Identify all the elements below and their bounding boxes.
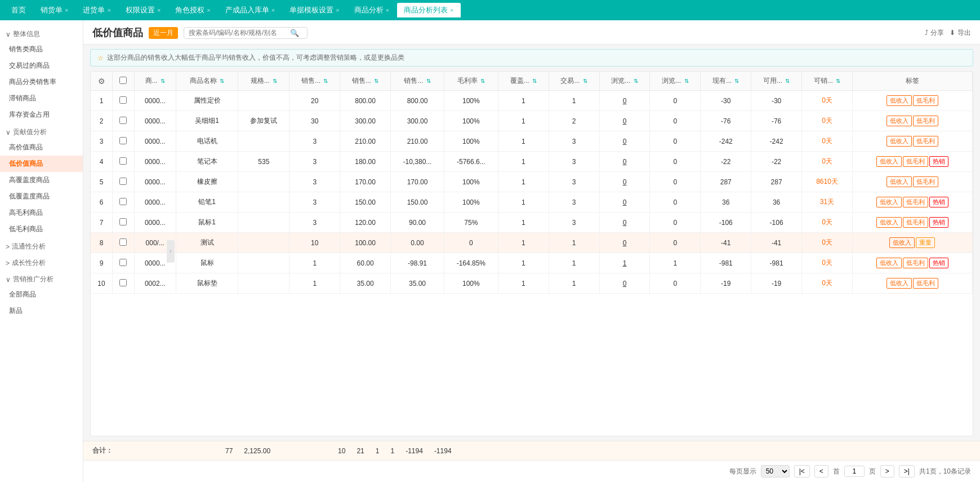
browse1-link[interactable]: 0 <box>623 198 627 206</box>
nav-permission[interactable]: 权限设置 × <box>119 3 167 17</box>
cell-sale3: 300.00 <box>391 111 444 131</box>
table-container: ⚙ 商... ⇅ 商品名称 ⇅ 规格... ⇅ 销售... ⇅ 销售... ⇅ … <box>90 71 973 436</box>
cell-sale3: 0.00 <box>391 233 444 253</box>
row-checkbox[interactable] <box>119 198 127 205</box>
row-checkbox[interactable] <box>119 157 127 165</box>
summary-trade: 21 <box>357 447 364 455</box>
cell-tags: 低收入低毛利 <box>852 91 972 111</box>
nav-product[interactable]: 产成品入库单 × <box>219 3 282 17</box>
last-page-btn[interactable]: >| <box>899 465 915 477</box>
sidebar-item-all-goods[interactable]: 全部商品 <box>0 286 83 303</box>
cell-margin: 100% <box>444 192 498 213</box>
browse1-link[interactable]: 0 <box>623 239 627 247</box>
sidebar-item-high-coverage[interactable]: 高覆盖度商品 <box>0 172 83 188</box>
nav-analysis[interactable]: 商品分析 × <box>348 3 396 17</box>
section-arrow-overall: ∨ <box>6 30 11 38</box>
row-checkbox[interactable] <box>119 137 127 144</box>
nav-sales-close[interactable]: × <box>65 7 68 14</box>
cell-tags: 低收入低毛利 <box>852 273 972 294</box>
sidebar-section-growth[interactable]: > 成长性分析 <box>0 254 83 270</box>
sidebar-collapse-btn[interactable]: ‹ <box>167 240 175 263</box>
cell-trade: 3 <box>549 213 599 233</box>
nav-sales[interactable]: 销货单 × <box>34 3 75 17</box>
row-checkbox[interactable] <box>119 238 127 246</box>
nav-purchase[interactable]: 进货单 × <box>76 3 117 17</box>
sidebar-item-high-value[interactable]: 高价值商品 <box>0 139 83 156</box>
page-size-select[interactable]: 50 100 200 <box>761 465 790 477</box>
section-arrow-contribution: ∨ <box>6 129 11 136</box>
browse1-link[interactable]: 0 <box>623 280 627 288</box>
nav-purchase-close[interactable]: × <box>107 7 110 14</box>
sidebar-section-overall[interactable]: ∨ 整体信息 <box>0 25 83 41</box>
cell-trade: 2 <box>549 111 599 131</box>
th-sale3: 销售... ⇅ <box>391 72 444 91</box>
page-suffix: 页 <box>869 467 876 476</box>
nav-analysis-list-close[interactable]: × <box>450 7 453 14</box>
sidebar-item-sales-goods[interactable]: 销售类商品 <box>0 41 83 58</box>
cell-stock: -41 <box>701 233 751 253</box>
row-checkbox[interactable] <box>119 178 127 185</box>
settings-icon[interactable]: ⚙ <box>98 77 105 86</box>
cell-margin: 100% <box>444 111 498 131</box>
sidebar-item-new-goods[interactable]: 新品 <box>0 303 83 319</box>
next-page-btn[interactable]: > <box>880 465 894 477</box>
cell-stock: 36 <box>701 192 751 213</box>
cell-name: 笔记本 <box>176 152 238 172</box>
nav-template[interactable]: 单据模板设置 × <box>283 3 346 17</box>
current-page-input[interactable] <box>844 466 865 477</box>
info-banner: ☆ 这部分商品的销售收入大幅低于商品平均销售收入，价值不高，可考虑调整营销策略，… <box>90 49 973 67</box>
prev-page-btn[interactable]: < <box>814 465 828 477</box>
nav-analysis-list-label: 商品分析列表 <box>404 5 448 15</box>
cell-margin: 75% <box>444 213 498 233</box>
row-checkbox[interactable] <box>119 117 127 124</box>
sidebar-item-high-margin[interactable]: 高毛利商品 <box>0 205 83 221</box>
browse1-link[interactable]: 0 <box>623 97 627 105</box>
table-row: 40000...笔记本5353180.00-10,380...-5766.6..… <box>91 152 973 172</box>
sidebar-section-marketing[interactable]: ∨ 营销推广分析 <box>0 270 83 286</box>
nav-analysis-list[interactable]: 商品分析列表 × <box>397 3 460 17</box>
cell-spec: 535 <box>238 152 289 172</box>
export-btn[interactable]: ⬇ 导出 <box>950 28 971 38</box>
browse1-link[interactable]: 0 <box>623 117 627 125</box>
sidebar-item-stock-capital[interactable]: 库存资金占用 <box>0 107 83 123</box>
sidebar-item-category-rate[interactable]: 商品分类销售率 <box>0 74 83 90</box>
nav-role[interactable]: 角色授权 × <box>168 3 217 17</box>
cell-index: 3 <box>91 131 113 152</box>
th-settings[interactable]: ⚙ <box>91 72 113 91</box>
nav-analysis-close[interactable]: × <box>386 7 389 14</box>
nav-home[interactable]: 首页 <box>5 3 33 17</box>
sidebar-item-traded-goods[interactable]: 交易过的商品 <box>0 58 83 74</box>
search-icon[interactable]: 🔍 <box>290 29 299 37</box>
time-filter-btn[interactable]: 近一月 <box>149 27 178 39</box>
row-checkbox[interactable] <box>119 259 127 266</box>
search-input[interactable] <box>189 29 290 37</box>
browse1-link[interactable]: 1 <box>623 259 627 267</box>
browse1-link[interactable]: 0 <box>623 158 627 166</box>
row-checkbox[interactable] <box>119 279 127 286</box>
nav-product-close[interactable]: × <box>271 7 275 14</box>
cell-browse1: 0 <box>599 192 650 213</box>
cell-browse2: 1 <box>650 253 701 273</box>
browse1-link[interactable]: 0 <box>623 219 627 227</box>
sidebar-item-slow-goods[interactable]: 滞销商品 <box>0 90 83 107</box>
browse1-link[interactable]: 0 <box>623 138 627 145</box>
sidebar-item-low-coverage[interactable]: 低覆盖度商品 <box>0 188 83 205</box>
select-all-checkbox[interactable] <box>119 77 127 84</box>
nav-template-close[interactable]: × <box>336 7 339 14</box>
sidebar-item-low-margin[interactable]: 低毛利商品 <box>0 221 83 237</box>
cell-saleable: 0天 <box>802 233 853 253</box>
row-checkbox[interactable] <box>119 218 127 225</box>
share-btn[interactable]: ⤴ 分享 <box>925 28 944 38</box>
sidebar-section-flow[interactable]: > 流通性分析 <box>0 237 83 254</box>
nav-role-close[interactable]: × <box>207 7 210 14</box>
sidebar-item-low-value[interactable]: 低价值商品 <box>0 156 83 172</box>
footer-summary: 合计： 77 2,125.00 10 21 1 1 -1194 -1194 <box>83 441 980 460</box>
row-checkbox[interactable] <box>119 96 127 104</box>
cell-code: 0002... <box>134 273 176 294</box>
cell-index: 2 <box>91 111 113 131</box>
cell-tags: 低收入低毛利热销 <box>852 253 972 273</box>
first-page-btn[interactable]: |< <box>794 465 810 477</box>
sidebar-section-contribution[interactable]: ∨ 贡献值分析 <box>0 123 83 139</box>
nav-permission-close[interactable]: × <box>157 7 161 14</box>
browse1-link[interactable]: 0 <box>623 178 627 186</box>
